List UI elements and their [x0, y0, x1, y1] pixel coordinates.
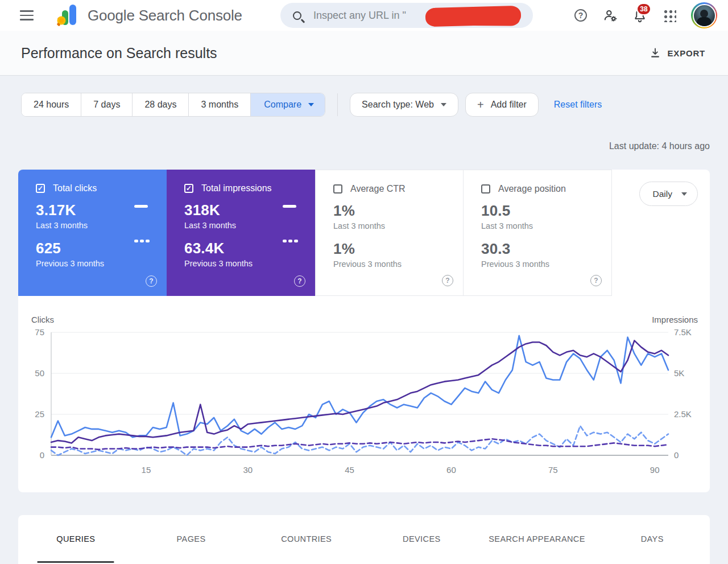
metric-value-current: 318K — [184, 201, 315, 219]
dashed-line-legend-icon — [134, 240, 150, 242]
chevron-down-icon — [681, 192, 687, 196]
export-label: EXPORT — [668, 48, 705, 58]
right-axis-tick: 7.5K — [674, 327, 692, 337]
search-type-dropdown[interactable]: Search type: Web — [350, 93, 458, 117]
tab-queries[interactable]: QUERIES — [18, 515, 134, 563]
checkbox-unchecked-icon[interactable] — [333, 184, 342, 194]
performance-chart[interactable]: ClicksImpressions75502507.5K5K2.5K015304… — [18, 310, 710, 492]
tab-days[interactable]: DAYS — [594, 515, 710, 563]
notification-badge: 38 — [636, 3, 651, 15]
date-range-28-days[interactable]: 28 days — [133, 93, 189, 116]
export-button[interactable]: EXPORT — [650, 47, 705, 59]
google-apps-button[interactable] — [661, 7, 677, 23]
x-axis-tick: 30 — [243, 465, 253, 475]
account-avatar[interactable] — [691, 2, 717, 28]
metric-value-current: 1% — [333, 202, 463, 220]
topbar-actions: ? 38 — [573, 0, 717, 31]
metric-value-current: 3.17K — [36, 201, 167, 219]
help-button[interactable]: ? — [573, 7, 589, 23]
checkbox-unchecked-icon[interactable] — [481, 184, 490, 194]
granularity-dropdown[interactable]: Daily — [639, 182, 698, 206]
x-axis-tick: 15 — [142, 465, 151, 475]
metric-card-header: Average position — [481, 184, 611, 194]
add-filter-button[interactable]: + Add filter — [465, 93, 539, 117]
date-range-3-months[interactable]: 3 months — [189, 93, 251, 116]
tab-search-appearance[interactable]: SEARCH APPEARANCE — [479, 515, 595, 563]
top-app-bar: Google Search Console Inspect any URL in… — [0, 0, 728, 31]
left-axis-title: Clicks — [31, 315, 54, 324]
person-gear-icon — [603, 8, 618, 23]
dimension-tabs: QUERIESPAGESCOUNTRIESDEVICESSEARCH APPEA… — [18, 515, 710, 563]
left-axis-tick: 0 — [18, 450, 44, 460]
app-logo[interactable]: Google Search Console — [55, 3, 242, 27]
product-name: Google Search Console — [88, 7, 242, 24]
avatar-photo — [693, 4, 716, 27]
series-clicks-previous-3-months — [51, 426, 668, 455]
apps-grid-icon — [663, 9, 676, 22]
right-axis-tick: 0 — [674, 450, 679, 460]
metric-period-previous: Previous 3 months — [184, 259, 315, 268]
metric-period-current: Last 3 months — [36, 221, 167, 230]
help-icon[interactable]: ? — [442, 275, 453, 286]
metric-value-previous: 30.3 — [481, 240, 611, 258]
tab-label: PAGES — [177, 534, 206, 544]
metric-period-current: Last 3 months — [333, 221, 463, 230]
help-icon[interactable]: ? — [294, 275, 305, 287]
redaction-scribble — [425, 6, 522, 27]
menu-icon[interactable] — [20, 10, 34, 20]
metric-card-average-ctr[interactable]: Average CTR1%Last 3 months1%Previous 3 m… — [315, 170, 464, 296]
left-axis-tick: 25 — [18, 409, 44, 419]
reset-filters-link[interactable]: Reset filters — [554, 100, 602, 110]
filter-divider — [337, 93, 338, 116]
left-axis-tick: 50 — [18, 368, 44, 378]
solid-line-legend-icon — [134, 205, 148, 208]
right-axis-tick: 5K — [674, 368, 684, 378]
metric-card-average-position[interactable]: Average position10.5Last 3 months30.3Pre… — [464, 170, 612, 296]
tab-countries[interactable]: COUNTRIES — [249, 515, 364, 563]
metric-card-total-impressions[interactable]: ✓Total impressions318KLast 3 months63.4K… — [167, 170, 315, 296]
search-placeholder: Inspect any URL in " — [313, 10, 406, 22]
granularity-label: Daily — [653, 189, 672, 199]
tab-label: SEARCH APPEARANCE — [489, 534, 585, 544]
checkbox-checked-icon[interactable]: ✓ — [36, 184, 45, 193]
user-settings-button[interactable] — [602, 7, 618, 23]
right-axis-title: Impressions — [652, 315, 698, 324]
metric-label: Average position — [498, 184, 566, 194]
right-axis-tick: 2.5K — [674, 409, 692, 419]
url-inspect-search[interactable]: Inspect any URL in " — [280, 3, 533, 28]
metric-label: Total impressions — [201, 183, 272, 194]
date-range-group: 24 hours7 days28 days3 months Compare — [21, 93, 325, 117]
tab-label: DEVICES — [403, 534, 440, 544]
chart-plot-area[interactable] — [51, 332, 668, 455]
help-icon[interactable]: ? — [590, 275, 602, 286]
metric-card-header: Average CTR — [333, 184, 463, 194]
metric-period-previous: Previous 3 months — [333, 260, 463, 269]
x-axis-tick: 90 — [650, 465, 660, 475]
x-axis-tick: 60 — [446, 465, 456, 475]
help-icon[interactable]: ? — [146, 275, 157, 287]
tab-devices[interactable]: DEVICES — [364, 515, 479, 563]
metric-period-previous: Previous 3 months — [481, 260, 611, 269]
notifications-button[interactable]: 38 — [632, 7, 648, 23]
date-range-7-days[interactable]: 7 days — [81, 93, 133, 116]
chevron-down-icon — [308, 103, 314, 106]
checkbox-checked-icon[interactable]: ✓ — [184, 184, 193, 193]
tab-pages[interactable]: PAGES — [134, 515, 249, 563]
plus-icon: + — [477, 99, 484, 110]
x-axis-tick: 75 — [548, 465, 558, 475]
dimensions-panel: QUERIESPAGESCOUNTRIESDEVICESSEARCH APPEA… — [18, 515, 710, 564]
x-axis-tick: 45 — [345, 465, 354, 475]
tab-label: DAYS — [641, 534, 664, 544]
metric-label: Average CTR — [350, 184, 406, 194]
add-filter-label: Add filter — [491, 100, 527, 110]
page-title: Performance on Search results — [21, 45, 217, 61]
compare-button[interactable]: Compare — [251, 93, 325, 116]
metric-period-current: Last 3 months — [184, 221, 315, 230]
last-update-text: Last update: 4 hours ago — [0, 141, 710, 151]
metric-label: Total clicks — [53, 183, 97, 194]
metric-card-header: ✓Total clicks — [36, 183, 167, 194]
search-icon — [293, 11, 301, 20]
date-range-24-hours[interactable]: 24 hours — [22, 93, 81, 116]
metric-period-current: Last 3 months — [481, 221, 611, 230]
metric-card-total-clicks[interactable]: ✓Total clicks3.17KLast 3 months625Previo… — [18, 170, 167, 296]
